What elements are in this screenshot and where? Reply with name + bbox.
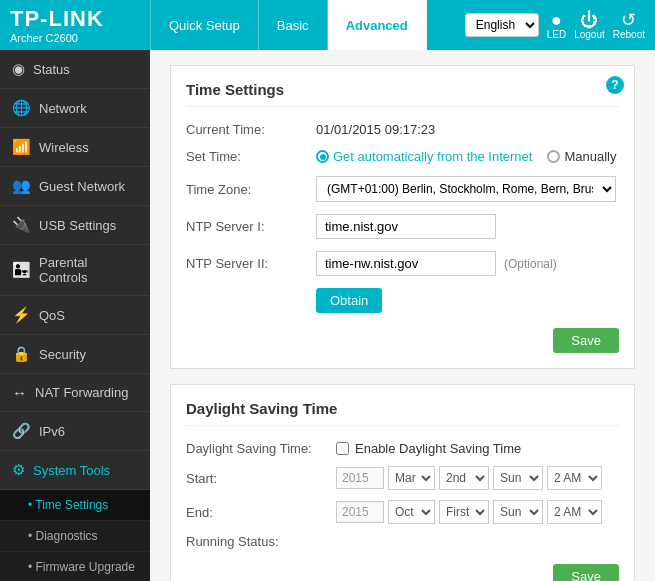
content-area: Time Settings ? Current Time: 01/01/2015…	[150, 50, 655, 581]
sidebar-item-wireless[interactable]: 📶 Wireless	[0, 128, 150, 167]
time-settings-section: Time Settings ? Current Time: 01/01/2015…	[170, 65, 635, 369]
ipv6-icon: 🔗	[12, 422, 31, 440]
help-icon[interactable]: ?	[606, 76, 624, 94]
dst-end-time[interactable]: 2 AM1 AM3 AM	[547, 500, 602, 524]
sidebar-item-nat-forwarding[interactable]: ↔ NAT Forwarding	[0, 374, 150, 412]
dst-end-dropdowns: OctJanFebMar First2nd3rd4thLast SunMonTu…	[336, 500, 602, 524]
radio-auto-label: Get automatically from the Internet	[333, 149, 532, 164]
sidebar-label-status: Status	[33, 62, 70, 77]
logout-label: Logout	[574, 29, 605, 40]
dst-title: Daylight Saving Time	[186, 400, 619, 426]
dst-start-month[interactable]: MarJanFebApr	[388, 466, 435, 490]
sidebar-item-security[interactable]: 🔒 Security	[0, 335, 150, 374]
obtain-button[interactable]: Obtain	[316, 288, 382, 313]
dst-end-year	[336, 501, 384, 523]
dst-save-button[interactable]: Save	[553, 564, 619, 581]
led-icon: ●	[551, 11, 562, 29]
sidebar-label-usb: USB Settings	[39, 218, 116, 233]
led-icon-button[interactable]: ● LED	[547, 11, 566, 40]
ntp1-label: NTP Server I:	[186, 219, 316, 234]
running-status-row: Running Status:	[186, 534, 619, 549]
set-time-label: Set Time:	[186, 149, 316, 164]
logo-area: TP-LINK Archer C2600	[10, 6, 150, 44]
current-time-row: Current Time: 01/01/2015 09:17:23	[186, 122, 619, 137]
dst-start-dropdowns: MarJanFebApr 2ndFirst3rd4thLast SunMonTu…	[336, 466, 602, 490]
reboot-icon: ↺	[621, 11, 636, 29]
dst-start-row: Start: MarJanFebApr 2ndFirst3rd4thLast S…	[186, 466, 619, 490]
logo-model: Archer C2600	[10, 32, 150, 44]
logout-button[interactable]: ⏻ Logout	[574, 11, 605, 40]
dst-start-time[interactable]: 2 AM1 AM3 AM	[547, 466, 602, 490]
logout-icon: ⏻	[580, 11, 598, 29]
header: TP-LINK Archer C2600 Quick Setup Basic A…	[0, 0, 655, 50]
radio-auto-option[interactable]: Get automatically from the Internet	[316, 149, 532, 164]
led-label: LED	[547, 29, 566, 40]
dst-checkbox-area: Enable Daylight Saving Time	[336, 441, 521, 456]
nat-icon: ↔	[12, 384, 27, 401]
sidebar-item-parental-controls[interactable]: 👨‍👧 Parental Controls	[0, 245, 150, 296]
radio-manual-option[interactable]: Manually	[547, 149, 616, 164]
reboot-label: Reboot	[613, 29, 645, 40]
tab-advanced[interactable]: Advanced	[328, 0, 427, 50]
network-icon: 🌐	[12, 99, 31, 117]
sidebar-sub-firmware-upgrade[interactable]: • Firmware Upgrade	[0, 552, 150, 581]
qos-icon: ⚡	[12, 306, 31, 324]
time-save-button[interactable]: Save	[553, 328, 619, 353]
set-time-radio-group: Get automatically from the Internet Manu…	[316, 149, 616, 164]
ntp1-row: NTP Server I:	[186, 214, 619, 239]
language-select[interactable]: English	[465, 13, 539, 37]
sidebar-item-guest-network[interactable]: 👥 Guest Network	[0, 167, 150, 206]
sidebar-label-nat: NAT Forwarding	[35, 385, 128, 400]
dst-start-label: Start:	[186, 471, 336, 486]
sidebar-item-system-tools[interactable]: ⚙ System Tools	[0, 451, 150, 490]
dst-save-row: Save	[186, 559, 619, 581]
sidebar-item-ipv6[interactable]: 🔗 IPv6	[0, 412, 150, 451]
sidebar-label-qos: QoS	[39, 308, 65, 323]
dst-end-week[interactable]: First2nd3rd4thLast	[439, 500, 489, 524]
time-save-row: Save	[186, 323, 619, 353]
parental-icon: 👨‍👧	[12, 261, 31, 279]
sidebar-label-parental: Parental Controls	[39, 255, 138, 285]
ntp1-input[interactable]	[316, 214, 496, 239]
sidebar-item-qos[interactable]: ⚡ QoS	[0, 296, 150, 335]
ntp2-optional: (Optional)	[504, 257, 557, 271]
dst-label: Daylight Saving Time:	[186, 441, 336, 456]
sidebar-label-security: Security	[39, 347, 86, 362]
dst-checkbox[interactable]	[336, 442, 349, 455]
logo-tp: TP-LINK	[10, 6, 150, 32]
time-settings-title: Time Settings	[186, 81, 619, 107]
sidebar-label-ipv6: IPv6	[39, 424, 65, 439]
dst-end-month[interactable]: OctJanFebMar	[388, 500, 435, 524]
dst-start-week[interactable]: 2ndFirst3rd4thLast	[439, 466, 489, 490]
timezone-select[interactable]: (GMT+01:00) Berlin, Stockholm, Rome, Ber…	[316, 176, 616, 202]
obtain-row: Obtain	[186, 288, 619, 313]
sidebar-sub-time-settings[interactable]: • Time Settings	[0, 490, 150, 521]
set-time-row: Set Time: Get automatically from the Int…	[186, 149, 619, 164]
tab-basic[interactable]: Basic	[259, 0, 328, 50]
sidebar: ◉ Status 🌐 Network 📶 Wireless 👥 Guest Ne…	[0, 50, 150, 581]
reboot-button[interactable]: ↺ Reboot	[613, 11, 645, 40]
sidebar-sub-diagnostics[interactable]: • Diagnostics	[0, 521, 150, 552]
sidebar-label-guest-network: Guest Network	[39, 179, 125, 194]
running-status-label: Running Status:	[186, 534, 336, 549]
sidebar-label-wireless: Wireless	[39, 140, 89, 155]
dst-enable-row: Daylight Saving Time: Enable Daylight Sa…	[186, 441, 619, 456]
sidebar-item-status[interactable]: ◉ Status	[0, 50, 150, 89]
ntp2-label: NTP Server II:	[186, 256, 316, 271]
sidebar-submenu: • Time Settings • Diagnostics • Firmware…	[0, 490, 150, 581]
dst-end-day[interactable]: SunMonTue	[493, 500, 543, 524]
radio-auto-dot	[316, 150, 329, 163]
dst-start-day[interactable]: SunMonTue	[493, 466, 543, 490]
tab-quick-setup[interactable]: Quick Setup	[150, 0, 259, 50]
ntp2-row: NTP Server II: (Optional)	[186, 251, 619, 276]
sidebar-label-network: Network	[39, 101, 87, 116]
radio-manual-dot	[547, 150, 560, 163]
sidebar-item-usb-settings[interactable]: 🔌 USB Settings	[0, 206, 150, 245]
status-icon: ◉	[12, 60, 25, 78]
sidebar-item-network[interactable]: 🌐 Network	[0, 89, 150, 128]
ntp2-input[interactable]	[316, 251, 496, 276]
wireless-icon: 📶	[12, 138, 31, 156]
header-right: English ● LED ⏻ Logout ↺ Reboot	[465, 11, 645, 40]
system-tools-icon: ⚙	[12, 461, 25, 479]
timezone-label: Time Zone:	[186, 182, 316, 197]
